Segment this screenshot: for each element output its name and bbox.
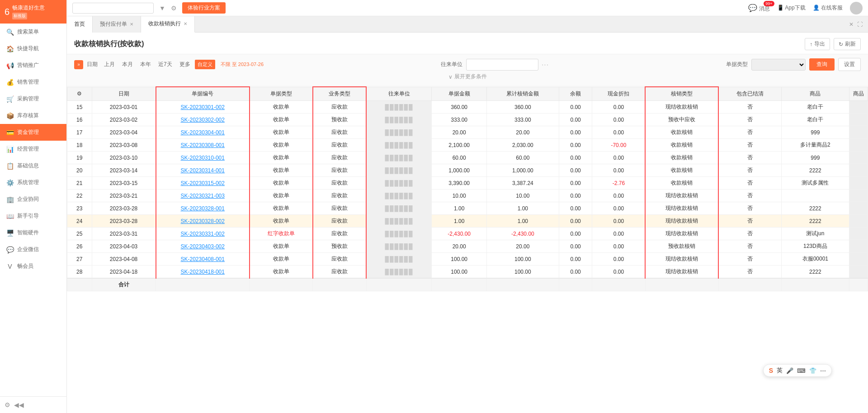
doc-num-link[interactable]: SK-20230302-002: [181, 117, 225, 123]
collapse-icon[interactable]: ◀◀: [14, 401, 24, 408]
doc-num-link[interactable]: SK-20230331-002: [181, 231, 225, 237]
doc-num-link[interactable]: SK-20230304-001: [181, 129, 225, 136]
settings-button[interactable]: 设置: [838, 58, 861, 71]
sidebar-item-wechat[interactable]: 💬 企业微信: [0, 241, 66, 258]
query-button[interactable]: 查询: [809, 58, 835, 71]
this-year-button[interactable]: 本年: [137, 60, 154, 69]
sidebar-item-hardware[interactable]: 🖥️ 智能硬件: [0, 224, 66, 241]
col-header-biz-type[interactable]: 业务类型: [313, 87, 366, 101]
cell-doc-num[interactable]: SK-20230331-002: [156, 228, 250, 240]
box-icon: 📦: [6, 112, 14, 119]
sidebar-item-sales[interactable]: 💰 销售管理: [0, 74, 66, 90]
doc-num-link[interactable]: SK-20230328-002: [181, 218, 225, 224]
col-header-product[interactable]: 商品: [781, 87, 849, 101]
dropdown-chevron-icon[interactable]: ▼: [159, 5, 165, 12]
sidebar-item-operations[interactable]: 📊 经营管理: [0, 141, 66, 157]
counterparty-input[interactable]: [466, 59, 538, 71]
tab-collection-cancel[interactable]: 收款核销执行 ✕: [141, 16, 195, 33]
doc-num-link[interactable]: SK-20230321-003: [181, 193, 225, 199]
more-date-button[interactable]: 更多: [177, 60, 193, 69]
sidebar-item-guide[interactable]: 📖 新手引导: [0, 208, 66, 224]
sidebar-item-quick-nav[interactable]: 🏠 快捷导航: [0, 40, 66, 57]
cell-date: 2023-03-28: [92, 202, 156, 215]
cell-doc-num[interactable]: SK-20230328-002: [156, 215, 250, 228]
cell-doc-amount: 333.00: [432, 114, 487, 126]
sidebar-item-finance[interactable]: 💳 资金管理: [0, 124, 66, 141]
export-button[interactable]: ↑ 导出: [805, 38, 830, 50]
sidebar-item-marketing[interactable]: 📢 营销推广: [0, 57, 66, 74]
sidebar-item-member[interactable]: V 畅会员: [0, 258, 66, 275]
ime-text-mode[interactable]: 英: [777, 366, 783, 375]
sidebar-item-inventory[interactable]: 📦 库存核算: [0, 107, 66, 124]
last-month-button[interactable]: 上月: [101, 60, 118, 69]
cell-doc-num[interactable]: SK-20230315-002: [156, 177, 250, 190]
doc-num-link[interactable]: SK-20230301-002: [181, 104, 225, 110]
col-header-cash-discount[interactable]: 现金折扣: [592, 87, 646, 101]
this-month-button[interactable]: 本月: [119, 60, 136, 69]
app-download-button[interactable]: 📱 App下载: [777, 4, 806, 12]
cell-doc-type: 收款单: [250, 190, 313, 202]
col-header-doc-type[interactable]: 单据类型: [250, 87, 313, 101]
col-header-counterparty[interactable]: 往来单位: [366, 87, 432, 101]
cell-doc-num[interactable]: SK-20230302-002: [156, 114, 250, 126]
online-service-button[interactable]: 👤 在线客服: [813, 4, 843, 12]
doc-num-link[interactable]: SK-20230328-001: [181, 205, 225, 212]
cell-doc-num[interactable]: SK-20230408-001: [156, 253, 250, 266]
user-avatar[interactable]: [850, 2, 863, 14]
cell-doc-num[interactable]: SK-20230301-002: [156, 101, 250, 114]
messages-button[interactable]: 💬 99+ 消息: [748, 4, 769, 13]
settings-bottom-icon[interactable]: ⚙: [5, 401, 10, 408]
sidebar-item-purchase[interactable]: 🛒 采购管理: [0, 90, 66, 107]
cell-doc-num[interactable]: SK-20230304-001: [156, 126, 250, 139]
doc-num-link[interactable]: SK-20230308-001: [181, 142, 225, 148]
col-header-product2[interactable]: 商品: [849, 87, 868, 101]
doc-num-link[interactable]: SK-20230315-002: [181, 180, 225, 186]
sidebar-item-basic[interactable]: 📋 基础信息: [0, 157, 66, 174]
cell-doc-num[interactable]: SK-20230328-001: [156, 202, 250, 215]
ime-keyboard-icon[interactable]: ⌨: [797, 367, 806, 374]
doc-num-link[interactable]: SK-20230310-001: [181, 155, 225, 161]
cell-doc-num[interactable]: SK-20230310-001: [156, 152, 250, 164]
ime-mic-icon[interactable]: 🎤: [786, 367, 793, 374]
expand-more-conditions[interactable]: ∨ 展开更多条件: [74, 71, 861, 82]
doc-num-link[interactable]: SK-20230314-001: [181, 167, 225, 174]
industry-solution-button[interactable]: 体验行业方案: [182, 2, 226, 14]
cell-doc-num[interactable]: SK-20230403-002: [156, 240, 250, 253]
custom-date-button[interactable]: 自定义: [195, 60, 215, 69]
col-header-doc-num[interactable]: 单据编号: [156, 87, 250, 101]
refresh-button[interactable]: ↻ 刷新: [834, 38, 861, 50]
cell-doc-num[interactable]: SK-20230308-001: [156, 139, 250, 152]
table-row: 152023-03-01SK-20230301-002收款单应收款██████3…: [67, 101, 868, 114]
doc-num-link[interactable]: SK-20230408-001: [181, 256, 225, 262]
col-header-doc-amount[interactable]: 单据金额: [432, 87, 487, 101]
col-header-date[interactable]: 日期: [92, 87, 156, 101]
cell-date: 2023-03-21: [92, 190, 156, 202]
col-header-gear[interactable]: ⚙: [67, 87, 92, 101]
tab-pre-payment-close-icon[interactable]: ✕: [130, 22, 133, 27]
sidebar-item-search[interactable]: 🔍 搜索菜单: [0, 24, 66, 40]
ime-shirt-icon[interactable]: 👕: [809, 367, 816, 374]
search-input[interactable]: [72, 3, 154, 14]
cell-doc-num[interactable]: SK-20230321-003: [156, 190, 250, 202]
table-row: 162023-03-02SK-20230302-002收款单预收款██████3…: [67, 114, 868, 126]
filter-collapse-button[interactable]: »: [74, 60, 83, 69]
ime-more-icon[interactable]: ⋯: [820, 367, 826, 374]
col-header-include-settled[interactable]: 包含已结清: [718, 87, 781, 101]
tab-expand-icon[interactable]: ⛶: [857, 21, 863, 28]
col-header-cancel-type[interactable]: 核销类型: [645, 87, 718, 101]
doc-num-link[interactable]: SK-20230418-001: [181, 269, 225, 275]
tab-home[interactable]: 首页: [67, 16, 93, 33]
doc-num-link[interactable]: SK-20230403-002: [181, 243, 225, 250]
sidebar-item-corp[interactable]: 🏢 企业协同: [0, 191, 66, 208]
sidebar-item-system[interactable]: ⚙️ 系统管理: [0, 174, 66, 191]
topbar-gear-icon[interactable]: ⚙: [171, 5, 177, 12]
tab-close-all-icon[interactable]: ✕: [849, 21, 854, 28]
last-7-days-button[interactable]: 近7天: [156, 60, 175, 69]
cell-doc-num[interactable]: SK-20230418-001: [156, 266, 250, 279]
tab-pre-payment[interactable]: 预付应付单 ✕: [93, 16, 141, 33]
cell-doc-num[interactable]: SK-20230314-001: [156, 164, 250, 177]
doc-type-select[interactable]: [751, 59, 806, 71]
col-header-balance[interactable]: 余额: [559, 87, 592, 101]
tab-collection-cancel-close-icon[interactable]: ✕: [184, 21, 187, 26]
col-header-cumulative-cancel[interactable]: 累计核销金额: [486, 87, 559, 101]
